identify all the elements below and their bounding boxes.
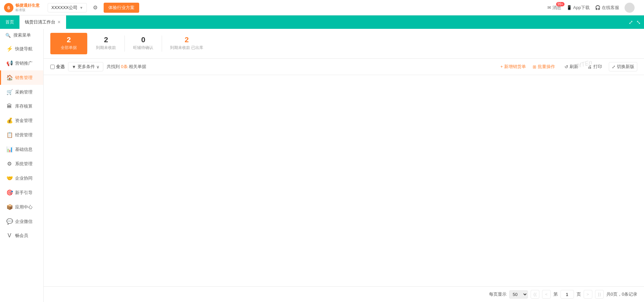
online-service-button[interactable]: 🎧 在线客服	[595, 5, 619, 11]
filter-icon: ▼	[72, 64, 76, 69]
sidebar-label-finance: 资金管理	[15, 118, 33, 124]
print-button[interactable]: 🖨 打印	[585, 62, 605, 71]
company-name: XXXXXX公司	[51, 5, 77, 11]
summary-cards: 2 全部单据 2 到期未收款 0 旺辅待确认 2 到期未收款 已出库	[44, 29, 644, 59]
app-center-icon: 📦	[6, 204, 12, 210]
found-text: 共找到 0条 相关单据	[107, 64, 146, 70]
refresh-icon: ↺	[565, 64, 568, 69]
sidebar-label-wechat: 企业微信	[15, 219, 33, 225]
sidebar-item-purchase[interactable]: 🛒 采购管理	[0, 85, 43, 99]
avatar[interactable]	[625, 3, 635, 13]
filter-button[interactable]: ▼ 更多条件 ∨	[68, 62, 103, 71]
tab-work-label: 钱货日清工作台	[25, 19, 55, 25]
filter-label: 更多条件	[77, 64, 95, 70]
trial-button[interactable]: 体验行业方案	[104, 3, 139, 13]
header-right: ✉ 消息 99+ 📱 App下载 🎧 在线客服	[547, 3, 640, 13]
batch-label: 批量操作	[538, 64, 555, 70]
pagination-bar: 每页显示 50 20 100 ⟨⟨ ＜ 第 页 ＞ ⟩⟩ 共0页，0条记录	[44, 286, 644, 302]
sidebar-item-sales[interactable]: 🏠 销售管理	[0, 70, 43, 85]
logo-text: 畅捷通好生意 标准版	[15, 3, 40, 12]
card-shipped-label: 到期未收款 已出库	[170, 45, 203, 51]
logo-title: 畅捷通好生意	[15, 3, 40, 8]
new-sales-order-button[interactable]: + 新增销货单	[500, 64, 526, 70]
sidebar-item-system[interactable]: ⚙ 系统管理	[0, 157, 43, 171]
page-label: 第	[553, 291, 558, 297]
sidebar-item-quick-nav[interactable]: ⚡ 快捷导航	[0, 42, 43, 56]
batch-action-button[interactable]: ⊞ 批量操作	[530, 62, 558, 71]
message-icon: ✉	[547, 5, 551, 10]
filter-arrow-icon: ∨	[96, 64, 100, 69]
logo-area: 6 畅捷通好生意 标准版	[4, 3, 48, 12]
tab-expand-button[interactable]: ⤡	[636, 19, 641, 25]
tab-home-label: 首页	[5, 19, 14, 25]
next-page-button[interactable]: ＞	[584, 290, 592, 299]
message-badge: 99+	[556, 2, 565, 6]
toolbar-left: 全选 ▼ 更多条件 ∨ 共找到 0条 相关单据	[50, 62, 150, 71]
first-page-button[interactable]: ⟨⟨	[531, 290, 539, 299]
sidebar-item-marketing[interactable]: 📢 营销推广	[0, 56, 43, 70]
sidebar-item-operations[interactable]: 📋 经营管理	[0, 128, 43, 142]
select-all-checkbox[interactable]: 全选	[50, 64, 65, 70]
basic-info-icon: 📊	[6, 146, 12, 153]
settings-button[interactable]: ⚙	[90, 3, 100, 13]
sidebar-label-member: 畅会员	[15, 233, 28, 239]
sidebar-item-guide[interactable]: 🎯 新手引导	[0, 185, 43, 200]
app-download-button[interactable]: 📱 App下载	[567, 5, 590, 11]
quick-nav-icon: ⚡	[6, 46, 12, 52]
sidebar-item-enterprise[interactable]: 🤝 企业协同	[0, 171, 43, 185]
sidebar-item-finance[interactable]: 💰 资金管理	[0, 113, 43, 128]
company-selector[interactable]: XXXXXX公司 ▼	[48, 3, 87, 12]
checkbox-input[interactable]	[50, 65, 55, 69]
switch-label: 切换新版	[617, 64, 634, 70]
tab-home[interactable]: 首页	[0, 15, 19, 29]
sidebar-item-member[interactable]: V 畅会员	[0, 229, 43, 243]
finance-icon: 💰	[6, 117, 12, 124]
card-shipped-num: 2	[185, 36, 189, 44]
tab-close-icon[interactable]: ✕	[57, 20, 61, 24]
card-overdue-num: 2	[104, 36, 108, 44]
refresh-button[interactable]: ↺ 刷新	[562, 62, 581, 71]
search-menu-button[interactable]: 🔍 搜索菜单	[0, 29, 43, 42]
found-prefix: 共找到	[107, 64, 120, 69]
tab-minimize-button[interactable]: ⤢	[629, 19, 633, 25]
marketing-icon: 📢	[6, 60, 12, 66]
sidebar-item-wechat[interactable]: 💬 企业微信	[0, 214, 43, 229]
select-all-label: 全选	[56, 64, 65, 70]
online-service-label: 在线客服	[602, 5, 619, 11]
sidebar-label-system: 系统管理	[15, 161, 33, 167]
page-input[interactable]	[560, 290, 574, 299]
sidebar-item-app-center[interactable]: 📦 应用中心	[0, 200, 43, 214]
system-icon: ⚙	[6, 161, 12, 167]
main-layout: 🔍 搜索菜单 ⚡ 快捷导航 📢 营销推广 🏠 销售管理 🛒 采购管理 🏛 库存核…	[0, 29, 644, 302]
search-icon: 🔍	[5, 33, 11, 38]
tab-work[interactable]: 钱货日清工作台 ✕	[19, 15, 66, 29]
sidebar-item-basic-info[interactable]: 📊 基础信息	[0, 142, 43, 157]
card-overdue-label: 到期未收款	[96, 45, 116, 51]
tab-bar: 首页 钱货日清工作台 ✕ ⤢ ⤡	[0, 15, 644, 29]
inventory-icon: 🏛	[6, 103, 12, 109]
sidebar-item-inventory[interactable]: 🏛 库存核算	[0, 99, 43, 113]
page-size-select[interactable]: 50 20 100	[509, 290, 528, 299]
top-header: 6 畅捷通好生意 标准版 XXXXXX公司 ▼ ⚙ 体验行业方案 ✉ 消息 99…	[0, 0, 644, 15]
table-area	[44, 75, 644, 286]
card-pending[interactable]: 0 旺辅待确认	[125, 33, 162, 54]
guide-icon: 🎯	[6, 189, 12, 196]
message-button[interactable]: ✉ 消息 99+	[547, 5, 561, 11]
found-suffix: 相关单据	[129, 64, 146, 69]
print-label: 打印	[593, 64, 602, 70]
sidebar-label-operations: 经营管理	[15, 132, 33, 138]
card-shipped[interactable]: 2 到期未收款 已出库	[162, 33, 211, 54]
wechat-icon: 💬	[6, 218, 12, 225]
card-all[interactable]: 2 全部单据	[50, 33, 87, 54]
total-text: 共0页，0条记录	[606, 291, 637, 297]
card-pending-label: 旺辅待确认	[133, 45, 153, 51]
card-all-label: 全部单据	[61, 45, 77, 51]
switch-icon: ⤢	[612, 64, 615, 69]
switch-new-button[interactable]: ⤢ 切换新版	[609, 62, 637, 71]
batch-icon: ⊞	[533, 64, 536, 69]
card-overdue[interactable]: 2 到期未收款	[88, 33, 124, 54]
member-icon: V	[6, 233, 12, 239]
prev-page-button[interactable]: ＜	[542, 290, 551, 299]
tab-bar-actions: ⤢ ⤡	[629, 19, 644, 25]
last-page-button[interactable]: ⟩⟩	[595, 290, 604, 299]
